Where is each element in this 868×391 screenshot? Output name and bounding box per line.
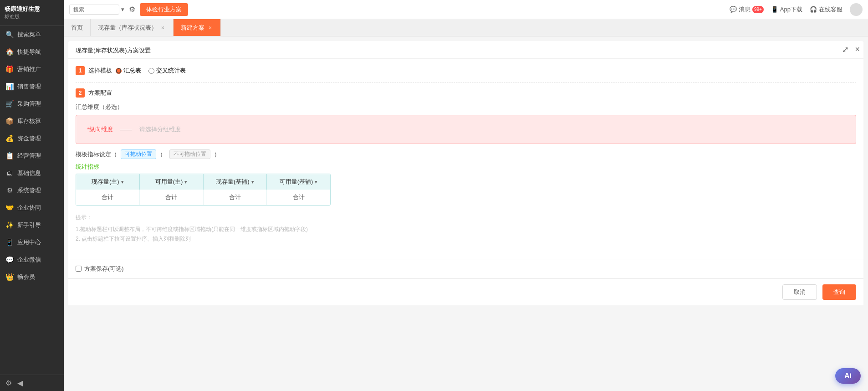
search-menu-label: 搜索菜单 xyxy=(17,31,41,39)
sales-label: 销售管理 xyxy=(17,82,41,91)
ai-button[interactable]: Ai xyxy=(835,368,861,384)
topbar: ▾ ⚙ 体验行业方案 💬 消息 99+ 📱 App下载 🎧 在线客服 xyxy=(64,0,868,19)
inventory-label: 库存核算 xyxy=(17,117,41,125)
topbar-search: ▾ xyxy=(69,5,124,15)
dropdown-btn[interactable]: ▾ xyxy=(121,6,124,13)
stats-body-cell: 合计 xyxy=(76,190,140,205)
radio-cross[interactable]: 交叉统计表 xyxy=(148,67,186,75)
sidebar-item-search-menu[interactable]: 🔍搜索菜单 xyxy=(0,26,64,43)
message-icon: 💬 xyxy=(730,6,737,13)
sidebar-item-purchase[interactable]: 🛒采购管理 xyxy=(0,95,64,113)
sidebar-item-operations[interactable]: 📋经营管理 xyxy=(0,147,64,165)
new-guide-label: 新手引导 xyxy=(17,221,41,229)
enterprise-icon: 🤝 xyxy=(5,204,14,212)
app-download-icon: 📱 xyxy=(771,6,778,13)
tab-home-label: 首页 xyxy=(71,24,83,32)
tab-new-scheme-close[interactable]: × xyxy=(207,24,213,31)
topbar-right: 💬 消息 99+ 📱 App下载 🎧 在线客服 xyxy=(730,3,863,16)
stats-body-cell: 合计 xyxy=(267,190,330,205)
tab-home[interactable]: 首页 xyxy=(64,19,91,36)
stats-header-cell[interactable]: 可用量(基辅)▾ xyxy=(267,174,330,190)
radio-cross-input[interactable] xyxy=(148,68,154,74)
sidebar-item-new-guide[interactable]: ✨新手引导 xyxy=(0,216,64,234)
quick-nav-icon: 🏠 xyxy=(5,48,14,56)
indicator-between: ） xyxy=(160,150,166,159)
operations-label: 经营管理 xyxy=(17,152,41,160)
headset-icon: 🎧 xyxy=(810,6,817,13)
gear-icon[interactable]: ⚙ xyxy=(129,5,135,14)
stats-body-cell: 合计 xyxy=(140,190,204,205)
step2-number: 2 xyxy=(76,88,85,98)
expand-btn[interactable]: ⤢ xyxy=(842,45,849,55)
finance-icon: 💰 xyxy=(5,134,14,143)
dimension-box: *纵向维度 —— 请选择分组维度 xyxy=(76,115,856,144)
radio-cross-label: 交叉统计表 xyxy=(156,67,186,75)
sidebar-item-enterprise-wechat[interactable]: 💬企业微信 xyxy=(0,251,64,268)
operations-icon: 📋 xyxy=(5,152,14,160)
search-input[interactable] xyxy=(69,5,119,15)
tab-inventory-status[interactable]: 现存量（库存状况表） × xyxy=(91,19,174,36)
tab-new-scheme-label: 新建方案 xyxy=(181,24,204,32)
tab-new-scheme[interactable]: 新建方案 × xyxy=(174,19,221,36)
panel-title: 现存量(库存状况表)方案设置 xyxy=(68,41,863,59)
sidebar-item-enterprise[interactable]: 🤝企业协同 xyxy=(0,199,64,216)
footer-buttons: 取消 查询 xyxy=(68,278,863,305)
stats-header-cell[interactable]: 现存量(基辅)▾ xyxy=(204,174,267,190)
sidebar-item-finance[interactable]: 💰资金管理 xyxy=(0,130,64,147)
purchase-icon: 🛒 xyxy=(5,100,14,108)
query-button[interactable]: 查询 xyxy=(822,284,856,300)
step1-header: 1 选择模板 汇总表 交叉统计表 xyxy=(76,66,856,75)
sidebar-logo-sub: 标准版 xyxy=(5,13,59,20)
new-guide-icon: ✨ xyxy=(5,221,14,229)
system-label: 系统管理 xyxy=(17,186,41,195)
sidebar-item-app-center[interactable]: 📱应用中心 xyxy=(0,234,64,251)
tip-item: 1.拖动标题栏可以调整布局，不可跨维度或指标区域拖动(只能在同一维度或指标区域内… xyxy=(76,225,856,235)
sidebar-logo: 畅康通好生意 标准版 xyxy=(0,0,64,26)
indicator-badge-blue: 可拖动位置 xyxy=(121,149,156,159)
online-service-item[interactable]: 🎧 在线客服 xyxy=(810,5,842,14)
online-service-label: 在线客服 xyxy=(819,5,842,14)
marketing-label: 营销推广 xyxy=(17,65,41,73)
indicator-setting: 模板指标设定（ 可拖动位置 ） 不可拖动位置 ） xyxy=(76,149,856,159)
stats-header-cell[interactable]: 可用量(主)▾ xyxy=(140,174,204,190)
step1-title: 选择模板 xyxy=(88,67,112,75)
sidebar-menu: 🔍搜索菜单🏠快捷导航🎁营销推广📊销售管理🛒采购管理📦库存核算💰资金管理📋经营管理… xyxy=(0,26,64,375)
search-menu-icon: 🔍 xyxy=(5,31,14,39)
volume-icon[interactable]: ◀ xyxy=(17,379,23,387)
avatar[interactable] xyxy=(850,3,863,16)
finance-label: 资金管理 xyxy=(17,134,41,143)
system-icon: ⚙ xyxy=(5,186,14,195)
experience-btn[interactable]: 体验行业方案 xyxy=(140,3,188,16)
chevron-down-icon: ▾ xyxy=(251,179,254,185)
sidebar-item-system[interactable]: ⚙系统管理 xyxy=(0,182,64,199)
member-icon: 👑 xyxy=(5,273,14,281)
app-download-item[interactable]: 📱 App下载 xyxy=(771,5,802,14)
tab-inventory-close[interactable]: × xyxy=(160,24,166,31)
content-area: ⤢ × 现存量(库存状况表)方案设置 1 选择模板 汇总表 xyxy=(64,36,868,391)
stats-header-cell[interactable]: 现存量(主)▾ xyxy=(76,174,140,190)
sidebar-item-quick-nav[interactable]: 🏠快捷导航 xyxy=(0,43,64,61)
sidebar-item-marketing[interactable]: 🎁营销推广 xyxy=(0,61,64,78)
settings-icon[interactable]: ⚙ xyxy=(5,379,12,387)
step1-number: 1 xyxy=(76,66,85,75)
radio-summary[interactable]: 汇总表 xyxy=(116,67,141,75)
panel-close-btn[interactable]: × xyxy=(855,45,860,54)
app-center-label: 应用中心 xyxy=(17,238,41,247)
basic-info-label: 基础信息 xyxy=(17,169,41,177)
save-checkbox[interactable] xyxy=(76,266,82,272)
save-option-label: 方案保存(可选) xyxy=(84,265,124,273)
cancel-button[interactable]: 取消 xyxy=(782,284,817,300)
sidebar: 畅康通好生意 标准版 🔍搜索菜单🏠快捷导航🎁营销推广📊销售管理🛒采购管理📦库存核… xyxy=(0,0,64,391)
sidebar-item-sales[interactable]: 📊销售管理 xyxy=(0,78,64,95)
dimension-field-label: *纵向维度 xyxy=(87,125,113,134)
radio-summary-input[interactable] xyxy=(116,68,122,74)
sidebar-item-member[interactable]: 👑畅会员 xyxy=(0,268,64,286)
main-area: ▾ ⚙ 体验行业方案 💬 消息 99+ 📱 App下载 🎧 在线客服 首页 xyxy=(64,0,868,391)
radio-summary-label: 汇总表 xyxy=(123,67,141,75)
sidebar-logo-title: 畅康通好生意 xyxy=(5,5,59,13)
messages-item[interactable]: 💬 消息 99+ xyxy=(730,5,764,14)
tip-item: 2. 点击标题栏下拉可设置排序、插入列和删除列 xyxy=(76,234,856,244)
sidebar-item-basic-info[interactable]: 🗂基础信息 xyxy=(0,165,64,182)
sidebar-item-inventory[interactable]: 📦库存核算 xyxy=(0,113,64,130)
sales-icon: 📊 xyxy=(5,82,14,91)
